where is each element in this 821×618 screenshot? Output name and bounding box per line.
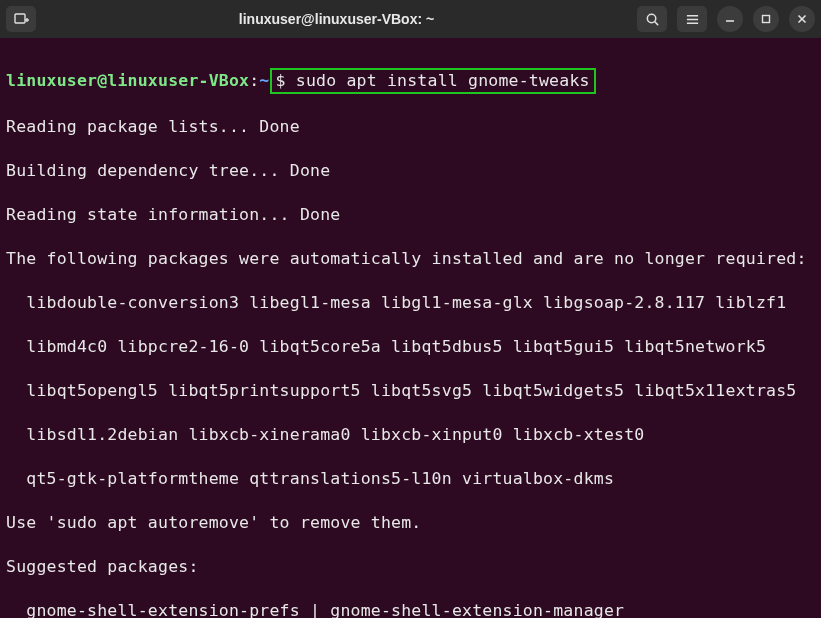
titlebar-right — [637, 6, 815, 32]
output-line: libmd4c0 libpcre2-16-0 libqt5core5a libq… — [6, 336, 815, 358]
output-line: libsdl1.2debian libxcb-xinerama0 libxcb-… — [6, 424, 815, 446]
close-icon — [796, 13, 808, 25]
new-tab-icon — [13, 11, 29, 27]
search-button[interactable] — [637, 6, 667, 32]
output-line: libdouble-conversion3 libegl1-mesa libgl… — [6, 292, 815, 314]
svg-line-4 — [654, 21, 657, 24]
titlebar-left — [6, 6, 36, 32]
menu-button[interactable] — [677, 6, 707, 32]
output-line: libqt5opengl5 libqt5printsupport5 libqt5… — [6, 380, 815, 402]
hamburger-icon — [685, 12, 700, 27]
titlebar: linuxuser@linuxuser-VBox: ~ — [0, 0, 821, 38]
maximize-icon — [760, 13, 772, 25]
output-line: qt5-gtk-platformtheme qttranslations5-l1… — [6, 468, 815, 490]
new-tab-button[interactable] — [6, 6, 36, 32]
search-icon — [645, 12, 660, 27]
output-line: Reading package lists... Done — [6, 116, 815, 138]
window-title: linuxuser@linuxuser-VBox: ~ — [42, 11, 631, 27]
command-highlight: $ sudo apt install gnome-tweaks — [270, 68, 596, 94]
output-line: gnome-shell-extension-prefs | gnome-shel… — [6, 600, 815, 618]
minimize-button[interactable] — [717, 6, 743, 32]
prompt-user: linuxuser@linuxuser-VBox — [6, 71, 249, 90]
prompt-line: linuxuser@linuxuser-VBox:~$ sudo apt ins… — [6, 68, 815, 94]
output-line: Suggested packages: — [6, 556, 815, 578]
svg-point-3 — [647, 14, 655, 22]
minimize-icon — [724, 13, 736, 25]
terminal-output[interactable]: linuxuser@linuxuser-VBox:~$ sudo apt ins… — [0, 38, 821, 618]
prompt-path: ~ — [259, 71, 269, 90]
close-button[interactable] — [789, 6, 815, 32]
svg-rect-0 — [15, 14, 25, 23]
output-line: Reading state information... Done — [6, 204, 815, 226]
output-line: Use 'sudo apt autoremove' to remove them… — [6, 512, 815, 534]
output-line: The following packages were automaticall… — [6, 248, 815, 270]
maximize-button[interactable] — [753, 6, 779, 32]
prompt-colon: : — [249, 71, 259, 90]
svg-rect-9 — [763, 16, 770, 23]
output-line: Building dependency tree... Done — [6, 160, 815, 182]
